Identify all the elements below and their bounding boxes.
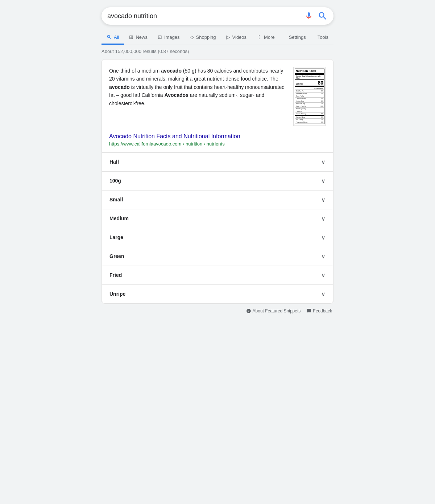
nf-row-satfat: Saturated Fat 1g5% xyxy=(295,93,324,95)
tab-news[interactable]: ⊞ News xyxy=(124,30,153,45)
nutrition-label: Nutrition Facts Serving Size 1/3 medium … xyxy=(295,69,324,124)
settings-label: Settings xyxy=(289,34,306,40)
expandable-row-unripe[interactable]: Unripe ∨ xyxy=(102,285,333,304)
nf-row-carb: Total Carb. 4g1% xyxy=(295,103,324,105)
feedback-link[interactable]: Feedback xyxy=(306,308,332,314)
more-icon: ⋮ xyxy=(257,34,262,40)
nf-serving: Serving Size 1/3 medium avocado (50g) xyxy=(295,75,324,80)
nf-title: Nutrition Facts xyxy=(295,69,324,75)
row-label-medium: Medium xyxy=(109,216,129,221)
shopping-icon: ◇ xyxy=(190,34,194,40)
nf-row-chol: Cholesterol 0mg0% xyxy=(295,98,324,100)
tab-all-label: All xyxy=(114,34,119,40)
expandable-rows-container: Half ∨ 100g ∨ Small ∨ Medium ∨ Large ∨ G… xyxy=(102,152,333,304)
all-tab-icon xyxy=(107,34,112,40)
expandable-row-medium[interactable]: Medium ∨ xyxy=(102,209,333,228)
nav-tabs: All ⊞ News ⊡ Images ◇ Shopping ▷ Videos … xyxy=(102,30,334,45)
nf-row-sugars: Total Sugars 0g xyxy=(295,108,324,110)
about-snippets-link[interactable]: About Featured Snippets xyxy=(246,308,301,314)
nf-row-protein: Protein 1g xyxy=(295,110,324,113)
row-label-green: Green xyxy=(109,253,124,259)
row-label-large: Large xyxy=(109,234,123,240)
tab-videos-label: Videos xyxy=(232,34,247,40)
nf-row-sodium: Sodium 5mg0% xyxy=(295,100,324,103)
tab-images[interactable]: ⊡ Images xyxy=(153,30,185,45)
expandable-row-green[interactable]: Green ∨ xyxy=(102,247,333,266)
tab-tools[interactable]: Tools xyxy=(312,31,334,45)
chevron-down-icon: ∨ xyxy=(321,196,326,203)
chevron-down-icon: ∨ xyxy=(321,177,326,184)
info-icon xyxy=(246,308,251,314)
tab-shopping-label: Shopping xyxy=(196,34,216,40)
chevron-down-icon: ∨ xyxy=(321,291,326,298)
featured-snippet-card: One-third of a medium avocado (50 g) has… xyxy=(102,59,334,304)
nf-row-transfat: Trans Fat 0g xyxy=(295,95,324,98)
chevron-down-icon: ∨ xyxy=(321,253,326,260)
search-bar: avocado nutrition xyxy=(102,7,334,25)
row-label-100g: 100g xyxy=(109,178,121,184)
expandable-row-100g[interactable]: 100g ∨ xyxy=(102,172,333,190)
tab-more-label: More xyxy=(264,34,275,40)
nf-row-calcium: Calcium 12mg0% xyxy=(295,116,324,119)
source-title-link[interactable]: Avocado Nutrition Facts and Nutritional … xyxy=(109,133,326,140)
tab-settings[interactable]: Settings xyxy=(284,31,311,45)
feedback-icon xyxy=(306,308,311,314)
videos-icon: ▷ xyxy=(226,34,230,40)
news-icon: ⊞ xyxy=(129,34,133,40)
tools-label: Tools xyxy=(318,34,328,40)
chevron-down-icon: ∨ xyxy=(321,234,326,241)
expandable-row-large[interactable]: Large ∨ xyxy=(102,228,333,247)
tab-news-label: News xyxy=(136,34,148,40)
images-icon: ⊡ xyxy=(158,34,162,40)
bottom-bar: About Featured Snippets Feedback xyxy=(102,306,334,316)
tab-images-label: Images xyxy=(164,34,180,40)
source-url: https://www.californiaavocado.com › nutr… xyxy=(109,141,326,147)
snippet-source: Avocado Nutrition Facts and Nutritional … xyxy=(102,133,333,152)
chevron-down-icon: ∨ xyxy=(321,215,326,222)
mic-icon[interactable] xyxy=(304,12,313,20)
row-label-fried: Fried xyxy=(109,272,122,278)
nf-row-fiber: Dietary Fiber 3g11% xyxy=(295,105,324,108)
expandable-row-half[interactable]: Half ∨ xyxy=(102,152,333,172)
nf-calories-row: Calories 80 xyxy=(295,80,324,87)
nutrition-facts-image: Nutrition Facts Serving Size 1/3 medium … xyxy=(293,67,326,126)
nf-dv: % Daily Value* xyxy=(295,87,324,90)
chevron-down-icon: ∨ xyxy=(321,159,326,165)
row-label-small: Small xyxy=(109,197,123,202)
nf-calories-value: 80 xyxy=(318,80,323,85)
tab-videos[interactable]: ▷ Videos xyxy=(221,30,252,45)
search-icon[interactable] xyxy=(318,11,328,21)
nf-row-fat: Total Fat 7g9% xyxy=(295,90,324,93)
chevron-down-icon: ∨ xyxy=(321,272,326,279)
snippet-content: One-third of a medium avocado (50 g) has… xyxy=(102,60,333,133)
expandable-row-small[interactable]: Small ∨ xyxy=(102,190,333,209)
tab-more[interactable]: ⋮ More xyxy=(252,30,280,45)
search-input[interactable]: avocado nutrition xyxy=(107,12,304,20)
about-snippets-label: About Featured Snippets xyxy=(253,308,301,314)
row-label-half: Half xyxy=(109,159,119,165)
tab-all[interactable]: All xyxy=(102,31,124,45)
results-count: About 152,000,000 results (0.87 seconds) xyxy=(102,48,334,55)
expandable-row-fried[interactable]: Fried ∨ xyxy=(102,266,333,285)
row-label-unripe: Unripe xyxy=(109,291,125,297)
nf-calories-label: Calories xyxy=(296,83,303,85)
tab-shopping[interactable]: ◇ Shopping xyxy=(185,30,221,45)
nf-row-potassium: Potassium 250mg6% xyxy=(295,121,324,124)
nf-row-iron: Iron 0.3mg2% xyxy=(295,119,324,121)
feedback-label: Feedback xyxy=(313,308,332,314)
nf-row-vitamind: Vitamin D 0mcg0% xyxy=(295,113,324,116)
snippet-text: One-third of a medium avocado (50 g) has… xyxy=(109,67,287,126)
